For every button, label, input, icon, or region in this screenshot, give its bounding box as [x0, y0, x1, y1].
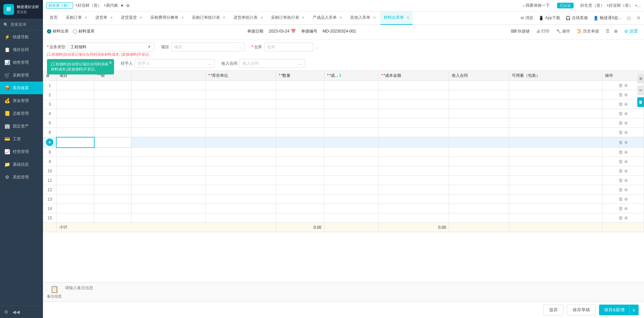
- row1-unit[interactable]: [205, 81, 276, 90]
- sidebar-item-basics[interactable]: 📁 基础信息: [0, 158, 43, 171]
- delete-row4-btn[interactable]: 🗑: [619, 111, 623, 116]
- sidebar-item-sales[interactable]: 📊 销售管理: [0, 56, 43, 69]
- copy-row10-btn[interactable]: ⊕: [624, 168, 628, 173]
- tab-purchase-fee[interactable]: 采购费用分摊单✕: [147, 11, 187, 25]
- layout-grid-btn[interactable]: ⊞: [612, 28, 620, 34]
- save-draft-btn[interactable]: 保存草稿: [567, 305, 596, 315]
- user-avatar-btn[interactable]: 👤 畅捷通8超...: [593, 15, 622, 21]
- message-btn[interactable]: ✉ 消息: [521, 15, 533, 21]
- row1-material[interactable]: [94, 81, 131, 90]
- copy-row5-btn[interactable]: ⊕: [624, 120, 628, 125]
- tag-good-finance[interactable]: +好业财（首）: [75, 3, 102, 8]
- delete-row9-btn[interactable]: 🗑: [619, 159, 623, 164]
- right-panel-btn-1[interactable]: ⊞: [637, 74, 644, 84]
- header-good-finance[interactable]: +好业财（首）: [606, 3, 633, 8]
- close-window-btn[interactable]: ✕: [636, 15, 641, 21]
- copy-row9-btn[interactable]: ⊕: [624, 159, 628, 164]
- delete-row1-btn[interactable]: 🗑: [619, 83, 623, 88]
- copy-row11-btn[interactable]: ⊕: [624, 178, 628, 183]
- tab-purchase-exec[interactable]: 采购订单执行表✕: [268, 11, 308, 25]
- delete-row14-btn[interactable]: 🗑: [619, 206, 623, 211]
- radio-material-return[interactable]: 材料退库: [73, 29, 95, 34]
- project-dots2[interactable]: ...: [315, 45, 319, 49]
- table-container[interactable]: ⚙ 项目 *材 *库存单位 *数量 *成... ℹ *成本金额 收入合同: [43, 70, 644, 282]
- copy-row1-btn[interactable]: ⊕: [624, 83, 628, 88]
- copy-row3-btn[interactable]: ⊕: [624, 102, 628, 107]
- income-contract-input[interactable]: 收入合同 ...: [239, 59, 305, 68]
- header-good-business[interactable]: 好生意（首）: [580, 3, 604, 8]
- delete-row10-btn[interactable]: 🗑: [619, 168, 623, 173]
- radio-material-out[interactable]: 材料出库: [47, 29, 69, 34]
- close-tab-product-inbound[interactable]: ✕: [339, 16, 342, 19]
- copy-row13-btn[interactable]: ⊕: [624, 197, 628, 202]
- copy-row4-btn[interactable]: ⊕: [624, 111, 628, 116]
- row1-spec[interactable]: [131, 81, 205, 90]
- save-new-btn[interactable]: 保存&新增: [599, 305, 629, 315]
- history-btn[interactable]: 📜 历史单据: [575, 28, 601, 35]
- experience-btn[interactable]: ○ 我要体验一下: [523, 3, 550, 8]
- copy-row12-btn[interactable]: ⊕: [624, 187, 628, 192]
- sidebar-item-assets[interactable]: 🏢 固定资产: [0, 120, 43, 132]
- handler-input[interactable]: 经手人 ...: [135, 59, 215, 68]
- notes-input[interactable]: [65, 285, 640, 295]
- tab-inbound-return[interactable]: 进货退货✕: [117, 11, 146, 25]
- tab-other-inbound[interactable]: 其他入库单✕: [347, 11, 379, 25]
- save-new-arrow-btn[interactable]: ∨: [629, 306, 638, 315]
- tag-easy-agent[interactable]: +易代账: [104, 3, 118, 8]
- tab-material-out[interactable]: 材料出库单✕: [380, 11, 413, 25]
- copy-row6-btn[interactable]: ⊕: [624, 130, 628, 135]
- row1-income-contract[interactable]: [449, 81, 509, 90]
- income-contract-dots[interactable]: ...: [299, 61, 302, 66]
- delete-row15-btn[interactable]: 🗑: [619, 215, 623, 220]
- right-panel-btn-3[interactable]: 📋: [637, 97, 644, 107]
- tab-purchase-order[interactable]: 采购订单✕: [62, 11, 91, 25]
- project-dots[interactable]: ...: [238, 45, 242, 49]
- close-tab-material-out[interactable]: ✕: [407, 16, 409, 19]
- copy-row2-btn[interactable]: ⊕: [624, 92, 628, 97]
- sidebar-item-payroll[interactable]: 💳 工资: [0, 132, 43, 145]
- close-tab-inbound-return[interactable]: ✕: [140, 16, 142, 19]
- sidebar-item-operations[interactable]: 📈 经营管理: [0, 145, 43, 158]
- sidebar-item-project[interactable]: 📋 项目合同: [0, 43, 43, 56]
- calendar-icon[interactable]: 📅: [291, 29, 296, 34]
- business-type-input[interactable]: 工程领料 ▼: [67, 43, 154, 51]
- tab-purchase-stat[interactable]: 采购订单统计表✕: [189, 11, 229, 25]
- copy-row8-btn[interactable]: ⊕: [624, 150, 628, 155]
- print-btn[interactable]: 🖨 打印: [534, 28, 551, 35]
- sidebar-collapse-btn[interactable]: ◀◀: [12, 309, 20, 315]
- close-tab-other-inbound[interactable]: ✕: [373, 16, 376, 19]
- copy-row14-btn[interactable]: ⊕: [624, 206, 628, 211]
- add-row-btn[interactable]: +: [46, 139, 53, 146]
- copy-row7-btn[interactable]: ⊕: [624, 140, 628, 145]
- expand-dropdown[interactable]: ▼: [120, 3, 124, 8]
- sidebar-settings-btn[interactable]: ⚙: [4, 309, 8, 315]
- sidebar-item-purchase[interactable]: 🛒 采购管理: [0, 69, 43, 82]
- copy-row15-btn[interactable]: ⊕: [624, 215, 628, 220]
- sidebar-item-system[interactable]: ⚙ 系统管理: [0, 171, 43, 183]
- tag-good-business[interactable]: 好生意（首）: [46, 2, 73, 9]
- sidebar-item-shortcut[interactable]: ⚡ 快捷导航: [0, 31, 43, 43]
- close-tab-purchase-exec[interactable]: ✕: [302, 16, 305, 19]
- app-download-btn[interactable]: 📱 App下载: [539, 15, 560, 21]
- delete-row5-btn[interactable]: 🗑: [619, 120, 623, 125]
- sidebar-item-inventory[interactable]: 📦 库存核算: [0, 82, 43, 94]
- delete-row12-btn[interactable]: 🗑: [619, 187, 623, 192]
- right-panel-btn-2[interactable]: ✏: [637, 86, 644, 95]
- row1-project[interactable]: [56, 81, 94, 90]
- delete-row8-btn[interactable]: 🗑: [619, 150, 623, 155]
- warehouse-input[interactable]: 仓库: [264, 43, 313, 51]
- delete-row11-btn[interactable]: 🗑: [619, 178, 623, 183]
- row1-cost-amount[interactable]: [378, 81, 449, 90]
- delete-row6-btn[interactable]: 🗑: [619, 130, 623, 135]
- tab-product-inbound[interactable]: 产成品入库单✕: [309, 11, 345, 25]
- layout-list-btn[interactable]: ☰: [604, 28, 611, 34]
- delete-row2-btn[interactable]: 🗑: [619, 92, 623, 97]
- row1-cost[interactable]: [324, 81, 379, 90]
- operations-btn[interactable]: 🔧 操作: [554, 28, 572, 35]
- close-tab-inbound-stat[interactable]: ✕: [260, 16, 263, 19]
- discard-btn[interactable]: 放弃: [543, 305, 564, 315]
- info-icon[interactable]: ℹ: [339, 73, 341, 78]
- shortcut-btn[interactable]: ⌨ 快捷键: [509, 28, 532, 35]
- minimize-icon[interactable]: ⊡: [627, 15, 631, 21]
- delete-row13-btn[interactable]: 🗑: [619, 197, 623, 202]
